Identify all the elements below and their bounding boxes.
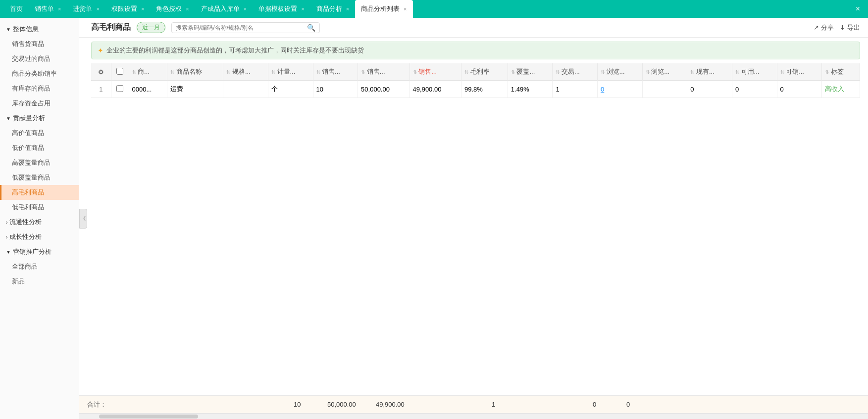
search-input[interactable] [176, 24, 307, 31]
close-analysis-tab[interactable]: × [346, 0, 349, 18]
nav-purchase[interactable]: 进货单 × [67, 0, 105, 18]
col-browse2[interactable]: ⇅ 浏览... [642, 63, 687, 81]
footer-sales-profit: 49,900.00 [373, 401, 417, 408]
main-layout: ▼ 整体信息 销售货商品 交易过的商品 商品分类助销率 有库存的商品 库存资金占… [0, 18, 868, 419]
cell-checkbox[interactable] [111, 81, 129, 98]
nav-home[interactable]: 首页 [4, 0, 29, 18]
col-settings[interactable]: ⚙ [91, 63, 111, 81]
sidebar-item-category-rate[interactable]: 商品分类助销率 [0, 66, 79, 81]
table-row: 1 0000... 运费 个 10 50,000.00 49,900.00 99… [91, 81, 860, 98]
col-margin-rate[interactable]: ⇅ 毛利率 [461, 63, 508, 81]
col-checkbox[interactable] [111, 63, 129, 81]
nav-template[interactable]: 单据模板设置 × [253, 0, 310, 18]
data-table: ⚙ ⇅ 商... ⇅ 商品名称 ⇅ 规格... ⇅ 计量... ⇅ 销售... … [91, 63, 860, 98]
search-box: 🔍 [171, 22, 320, 33]
sidebar-item-high-value[interactable]: 高价值商品 [0, 126, 79, 140]
close-stock-in-tab[interactable]: × [244, 0, 247, 18]
col-trade-count[interactable]: ⇅ 交易... [553, 63, 598, 81]
cell-unit: 个 [268, 81, 313, 98]
sidebar-group-overview[interactable]: ▼ 整体信息 [0, 22, 79, 37]
cell-index: 1 [91, 81, 111, 98]
close-template-tab[interactable]: × [301, 0, 304, 18]
share-button[interactable]: ↗ 分享 [814, 23, 834, 32]
cell-code: 0000... [129, 81, 167, 98]
col-current-stock[interactable]: ⇅ 现有... [687, 63, 732, 81]
content-area: 《 高毛利商品 近一月 🔍 ↗ 分享 ⬇ 导出 ✦ 企 [79, 18, 868, 419]
footer-current-stock: 0 [590, 401, 619, 408]
sidebar-item-in-stock[interactable]: 有库存的商品 [0, 81, 79, 96]
nav-stock-in[interactable]: 产成品入库单 × [195, 0, 253, 18]
cell-tag: 高收入 [822, 81, 860, 98]
col-name[interactable]: ⇅ 商品名称 [167, 63, 223, 81]
close-analysis-list-tab[interactable]: × [404, 0, 407, 18]
row-checkbox[interactable] [116, 85, 123, 92]
cell-sales-profit: 49,900.00 [409, 81, 461, 98]
header-actions: ↗ 分享 ⬇ 导出 [814, 23, 860, 32]
nav-analysis[interactable]: 商品分析 × [310, 0, 355, 18]
col-browse1[interactable]: ⇅ 浏览... [598, 63, 643, 81]
sidebar-item-sales-goods[interactable]: 销售货商品 [0, 37, 79, 51]
sidebar-item-traded-goods[interactable]: 交易过的商品 [0, 51, 79, 66]
arrow-growth: › [6, 234, 7, 240]
sidebar-group-liquidity[interactable]: › 流通性分析 [0, 215, 79, 230]
cell-coverage: 1.49% [508, 81, 553, 98]
nav-sales[interactable]: 销售单 × [29, 0, 67, 18]
scrollbar-thumb[interactable] [99, 415, 198, 419]
sidebar-item-high-coverage[interactable]: 高覆盖量商品 [0, 155, 79, 170]
footer-sales-amount: 50,000.00 [324, 401, 369, 408]
col-sales-qty[interactable]: ⇅ 销售... [313, 63, 358, 81]
footer-trade-count: 1 [489, 401, 518, 408]
nav-role[interactable]: 角色授权 × [150, 0, 195, 18]
close-sales-tab[interactable]: × [58, 0, 61, 18]
info-banner: ✦ 企业的主要的利润都是这部分商品创造的，可考虑加大推广，同时关注库存是不要出现… [91, 42, 860, 59]
sidebar-item-new-goods[interactable]: 新品 [0, 274, 79, 289]
col-sales-amount[interactable]: ⇅ 销售... [358, 63, 409, 81]
footer-available-stock: 0 [623, 401, 653, 408]
sidebar-item-all-goods[interactable]: 全部商品 [0, 259, 79, 274]
sidebar-item-low-coverage[interactable]: 低覆盖量商品 [0, 170, 79, 185]
sidebar-item-stock-fund[interactable]: 库存资金占用 [0, 96, 79, 111]
horizontal-scrollbar[interactable] [79, 413, 868, 419]
nav-analysis-list[interactable]: 商品分析列表 × [355, 0, 412, 18]
search-button[interactable]: 🔍 [307, 24, 315, 32]
content-header: 高毛利商品 近一月 🔍 ↗ 分享 ⬇ 导出 [79, 18, 868, 38]
info-text: 企业的主要的利润都是这部分商品创造的，可考虑加大推广，同时关注库存是不要出现缺货 [106, 46, 364, 55]
filter-recent-month-button[interactable]: 近一月 [137, 22, 165, 33]
col-available-stock[interactable]: ⇅ 可用... [732, 63, 777, 81]
footer-bar: 合计： 10 50,000.00 49,900.00 1 0 0 [79, 395, 868, 413]
sidebar-collapse-button[interactable]: 《 [79, 209, 87, 229]
top-nav: 首页 销售单 × 进货单 × 权限设置 × 角色授权 × 产成品入库单 × 单据… [0, 0, 868, 18]
cell-name: 运费 [167, 81, 223, 98]
export-icon: ⬇ [840, 24, 845, 31]
close-role-tab[interactable]: × [186, 0, 189, 18]
col-code[interactable]: ⇅ 商... [129, 63, 167, 81]
cell-browse1[interactable]: 0 [598, 81, 643, 98]
close-permission-tab[interactable]: × [141, 0, 144, 18]
sidebar-item-low-value[interactable]: 低价值商品 [0, 140, 79, 155]
sidebar-item-high-margin[interactable]: 高毛利商品 [0, 185, 79, 200]
col-saleable-stock[interactable]: ⇅ 可销... [777, 63, 822, 81]
page-title: 高毛利商品 [91, 22, 131, 33]
arrow-contribution: ▼ [6, 116, 11, 121]
cell-margin-rate: 99.8% [461, 81, 508, 98]
cell-sales-qty: 10 [313, 81, 358, 98]
col-sales-profit[interactable]: ⇅ 销售... [409, 63, 461, 81]
nav-permission[interactable]: 权限设置 × [105, 0, 150, 18]
close-purchase-tab[interactable]: × [96, 0, 99, 18]
window-close-button[interactable]: × [852, 4, 864, 13]
sidebar-group-marketing[interactable]: ▼ 营销推广分析 [0, 244, 79, 259]
sidebar-group-contribution[interactable]: ▼ 贡献量分析 [0, 111, 79, 126]
col-spec[interactable]: ⇅ 规格... [223, 63, 268, 81]
arrow-overview: ▼ [6, 27, 11, 32]
col-tag[interactable]: ⇅ 标签 [822, 63, 860, 81]
footer-sales-qty: 10 [291, 401, 320, 408]
sidebar-item-low-margin[interactable]: 低毛利商品 [0, 200, 79, 215]
col-coverage[interactable]: ⇅ 覆盖... [508, 63, 553, 81]
cell-spec [223, 81, 268, 98]
select-all-checkbox[interactable] [116, 68, 123, 75]
export-button[interactable]: ⬇ 导出 [840, 23, 860, 32]
col-unit[interactable]: ⇅ 计量... [268, 63, 313, 81]
cell-current-stock: 0 [687, 81, 732, 98]
cell-available-stock: 0 [732, 81, 777, 98]
sidebar-group-growth[interactable]: › 成长性分析 [0, 230, 79, 244]
